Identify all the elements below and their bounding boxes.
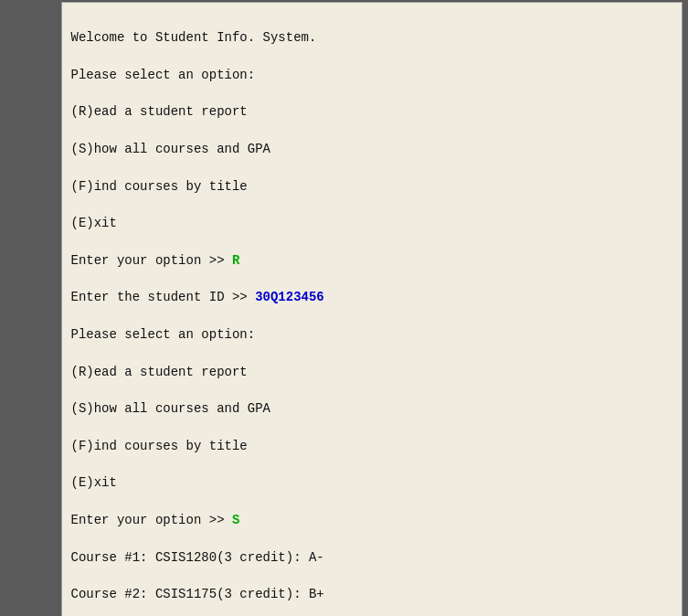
terminal-line: (S)how all courses and GPA: [71, 399, 672, 418]
terminal-line: Course #2: CSIS1175(3 credit): B+: [71, 585, 672, 603]
terminal-window: Welcome to Student Info. System. Please …: [61, 2, 683, 616]
terminal-line: Enter your option >> S: [71, 511, 672, 529]
terminal-line: Course #1: CSIS1280(3 credit): A-: [71, 548, 672, 567]
terminal-line: (E)xit: [71, 214, 672, 232]
terminal-line: (R)ead a student report: [71, 102, 672, 121]
terminal-line: (S)how all courses and GPA: [71, 140, 672, 158]
terminal-line: (E)xit: [71, 473, 672, 492]
terminal-input: 30Q123456: [255, 290, 324, 304]
terminal-line: Enter your option >> R: [71, 251, 672, 270]
terminal-line: Please select an option:: [71, 325, 672, 344]
terminal-line: Enter the student ID >> 30Q123456: [71, 288, 672, 306]
terminal-input: S: [232, 513, 239, 527]
terminal-line: Welcome to Student Info. System.: [71, 28, 672, 47]
terminal-line: Please select an option:: [71, 66, 672, 84]
terminal-line: (R)ead a student report: [71, 363, 672, 381]
terminal-input: R: [232, 253, 239, 268]
terminal-line: (F)ind courses by title: [71, 177, 672, 196]
terminal-line: (F)ind courses by title: [71, 437, 672, 455]
